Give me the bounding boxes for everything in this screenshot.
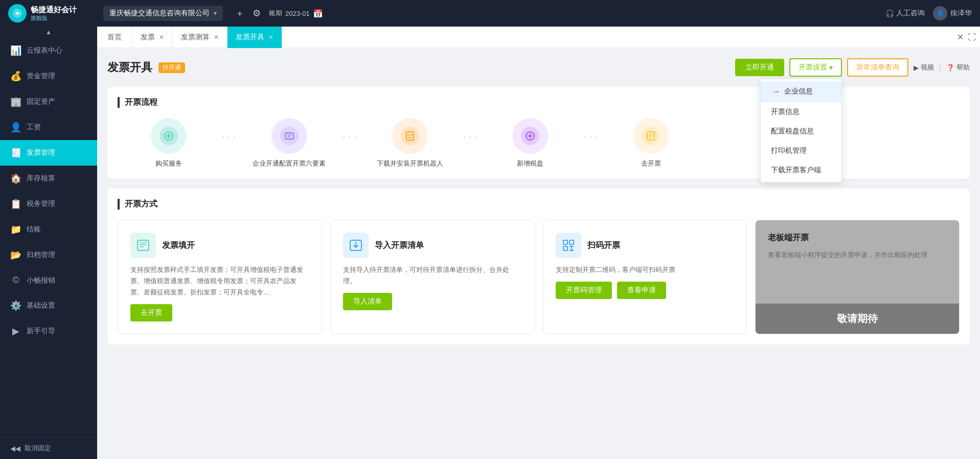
- period-text: 账期: [269, 9, 282, 18]
- consult-button[interactable]: 🎧 人工咨询: [885, 9, 925, 18]
- import-card-desc: 支持导入待开票清单，可对待开票清单进行拆分、合并处理。: [343, 264, 522, 287]
- sidebar-item-invoice[interactable]: 🧾 发票管理: [0, 140, 97, 166]
- calendar-icon[interactable]: 📅: [313, 9, 323, 18]
- payment-card-boss-header: 老板端开票: [768, 233, 947, 243]
- scroll-up-icon: ▲: [45, 29, 52, 36]
- fund-icon: 💰: [10, 71, 21, 82]
- settings-button-wrapper: 开票设置 ▾ → 企业信息 开票信息: [789, 58, 842, 77]
- dropdown-printer[interactable]: 打印机管理: [761, 141, 841, 160]
- payment-methods-title: 开票方式: [118, 199, 960, 210]
- tab-home[interactable]: 首页: [97, 27, 132, 48]
- flow-step-download-robot: 下载并安装开票机器人: [359, 118, 461, 168]
- open-invoice-label: 去开票: [641, 159, 661, 168]
- dropdown-tax-config-label: 配置税盘信息: [771, 127, 814, 136]
- help-button[interactable]: ❓ 帮助: [946, 63, 970, 72]
- svg-rect-18: [138, 240, 149, 250]
- sidebar-item-fixed-assets[interactable]: 🏢 固定资产: [0, 89, 97, 114]
- svg-rect-25: [563, 246, 567, 250]
- scan-card-btn2[interactable]: 查看申请: [617, 282, 666, 299]
- sidebar-item-label-inventory: 库存核算: [27, 174, 55, 183]
- sidebar-item-inventory[interactable]: 🏠 库存核算: [0, 166, 97, 191]
- dropdown-download-client-label: 下载开票客户端: [771, 166, 821, 175]
- sidebar-item-tax[interactable]: 📋 税务管理: [0, 191, 97, 217]
- connector-2: · · ·: [343, 130, 357, 142]
- download-robot-icon: [392, 118, 428, 154]
- cancel-icon: ◀◀: [10, 445, 20, 452]
- period-value: 2023-01: [285, 10, 310, 17]
- dropdown-company-info[interactable]: → 企业信息: [761, 81, 841, 102]
- manual-card-btn[interactable]: 去开票: [130, 304, 172, 322]
- flow-step-buy-service: 购买服务: [118, 118, 220, 168]
- sidebar-item-salary[interactable]: 👤 工资: [0, 114, 97, 140]
- status-badge: 待开通: [158, 62, 185, 73]
- sidebar-item-expense[interactable]: © 小畅报销: [0, 268, 97, 293]
- tab-invoice[interactable]: 发票 ✕: [132, 27, 173, 48]
- tab-invoice-calc-close[interactable]: ✕: [214, 34, 219, 41]
- company-name: 重庆畅捷交通信息咨询有限公司: [109, 9, 210, 18]
- logo-area: 畅捷通好会计 旗舰版: [8, 4, 95, 22]
- dropdown-tax-config[interactable]: 配置税盘信息: [761, 122, 841, 141]
- manual-card-icon: [130, 233, 156, 258]
- user-area[interactable]: 👤 徐泽华: [933, 6, 972, 20]
- video-button[interactable]: ▶ 视频: [914, 63, 934, 72]
- manual-card-title: 发票填开: [162, 240, 195, 251]
- dropdown-invoice-info[interactable]: 开票信息: [761, 102, 841, 122]
- top-actions: ＋ ⚙: [235, 7, 261, 19]
- svg-point-2: [280, 127, 299, 145]
- sidebar-item-settlement[interactable]: 📁 结账: [0, 217, 97, 242]
- payment-card-scan: 扫码开票 支持定制开票二维码，客户端可扫码开票 开票码管理 查看申请: [543, 220, 747, 334]
- open-invoice-icon: [633, 118, 669, 154]
- payment-card-import-header: 导入开票清单: [343, 233, 522, 258]
- tab-invoice-open-close[interactable]: ✕: [268, 34, 274, 41]
- activate-button[interactable]: 立即开通: [735, 59, 784, 76]
- payment-methods-section: 开票方式 发票填开 支持按照发票样式手工填开发票；可开具增值税电子普通发票、增值…: [107, 189, 970, 345]
- import-card-btn[interactable]: 导入清单: [343, 293, 392, 310]
- company-selector[interactable]: 重庆畅捷交通信息咨询有限公司 ▾: [103, 6, 223, 21]
- dropdown-download-client[interactable]: 下载开票客户端: [761, 160, 841, 180]
- connector-4: · · ·: [583, 130, 598, 142]
- sidebar: ▲ 📊 云报表中心 💰 资金管理 🏢 固定资产 👤 工资: [0, 27, 97, 459]
- period-label: 账期 2023-01 📅: [269, 9, 323, 18]
- sidebar-item-label-guide: 新手引导: [27, 327, 55, 336]
- sidebar-item-base-settings[interactable]: ⚙️ 基础设置: [0, 293, 97, 318]
- payment-card-scan-header: 扫码开票: [556, 233, 735, 258]
- main-area: ▲ 📊 云报表中心 💰 资金管理 🏢 固定资产 👤 工资: [0, 27, 980, 459]
- cancel-fixed-button[interactable]: ◀◀ 取消固定: [0, 438, 97, 459]
- chevron-down-icon: ▾: [214, 10, 217, 17]
- sidebar-item-archive[interactable]: 📂 归档管理: [0, 242, 97, 268]
- sidebar-item-label-base-settings: 基础设置: [27, 301, 55, 310]
- add-button[interactable]: ＋: [235, 7, 244, 19]
- payment-card-manual-header: 发票填开: [130, 233, 309, 258]
- sidebar-item-guide[interactable]: ▶ 新手引导: [0, 318, 97, 344]
- sidebar-bottom: ◀◀ 取消固定: [0, 437, 97, 459]
- buy-service-icon: [151, 118, 187, 154]
- user-name: 徐泽华: [950, 9, 972, 18]
- settings-gear-icon[interactable]: ⚙: [253, 8, 261, 19]
- sidebar-item-cloud-report[interactable]: 📊 云报表中心: [0, 38, 97, 63]
- sidebar-item-label-settlement: 结账: [27, 225, 41, 234]
- sidebar-item-fund[interactable]: 💰 资金管理: [0, 63, 97, 89]
- tab-invoice-close[interactable]: ✕: [159, 34, 164, 41]
- abnormal-list-button[interactable]: 异常清单查询: [847, 58, 908, 77]
- tab-close-all-button[interactable]: ✕: [957, 32, 964, 42]
- tab-invoice-open[interactable]: 发票开具 ✕: [227, 27, 282, 48]
- base-settings-icon: ⚙️: [10, 300, 21, 311]
- sidebar-item-label-expense: 小畅报销: [27, 276, 55, 285]
- connector-1: · · ·: [222, 130, 236, 142]
- settlement-icon: 📁: [10, 224, 21, 235]
- svg-point-6: [401, 127, 419, 145]
- page-title: 发票开具: [107, 60, 152, 75]
- sidebar-item-label-invoice: 发票管理: [27, 148, 55, 157]
- tab-maximize-button[interactable]: ⛶: [968, 33, 976, 42]
- tab-bar: 首页 发票 ✕ 发票测算 ✕ 发票开具 ✕ ✕ ⛶: [97, 27, 980, 48]
- cancel-label: 取消固定: [25, 444, 51, 453]
- flow-step-open-invoice: 去开票: [600, 118, 702, 168]
- payment-cards: 发票填开 支持按照发票样式手工填开发票；可开具增值税电子普通发票、增值税普通发票…: [118, 220, 960, 334]
- svg-point-9: [411, 134, 412, 136]
- scan-card-btn1[interactable]: 开票码管理: [556, 282, 612, 299]
- tab-invoice-calc[interactable]: 发票测算 ✕: [173, 27, 227, 48]
- connector-3: · · ·: [463, 130, 477, 142]
- add-taxdisk-label: 新增税盘: [517, 159, 543, 168]
- settings-button[interactable]: 开票设置 ▾: [789, 58, 842, 77]
- guide-icon: ▶: [10, 326, 21, 337]
